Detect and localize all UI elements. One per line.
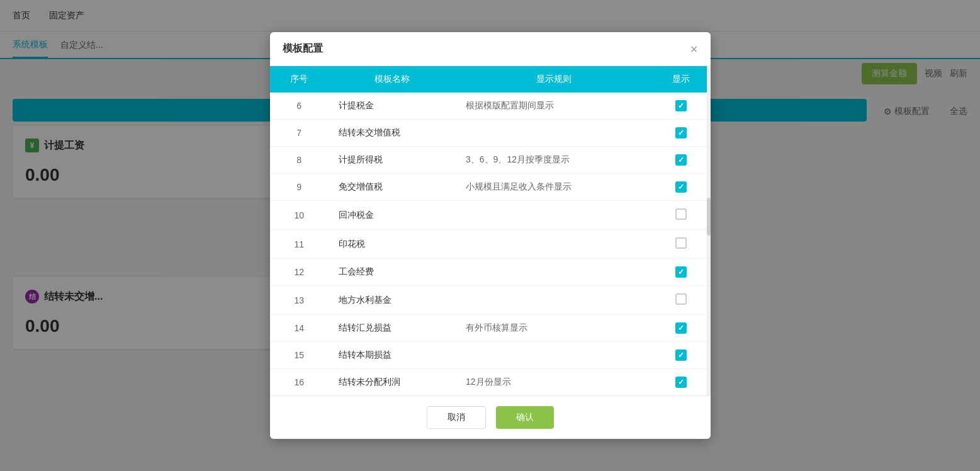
modal-close-button[interactable]: ×	[690, 43, 698, 55]
cell-rule: 有外币核算显示	[456, 315, 651, 342]
cell-rule: 3、6、9、12月按季度显示	[456, 147, 651, 174]
cell-checkbox	[651, 120, 710, 147]
cell-index: 7	[270, 120, 329, 147]
table-row: 7结转未交增值税	[270, 120, 711, 147]
col-header-name: 模板名称	[329, 66, 456, 93]
cell-name: 计提税金	[329, 93, 456, 120]
cell-rule	[456, 230, 651, 259]
table-row: 15结转本期损益	[270, 342, 711, 369]
table-row: 12工会经费	[270, 259, 711, 286]
cell-name: 印花税	[329, 230, 456, 259]
modal-body: 序号 模板名称 显示规则 显示 6计提税金根据模版配置期间显示7结转未交增值税8…	[270, 66, 711, 395]
cell-rule: 根据模版配置期间显示	[456, 93, 651, 120]
col-header-rule: 显示规则	[456, 66, 651, 93]
table-row: 14结转汇兑损益有外币核算显示	[270, 315, 711, 342]
cell-name: 结转未交增值税	[329, 120, 456, 147]
cell-name: 地方水利基金	[329, 286, 456, 315]
table-head: 序号 模板名称 显示规则 显示	[270, 66, 711, 93]
cell-checkbox	[651, 286, 710, 315]
cell-index: 12	[270, 259, 329, 286]
table-row: 13地方水利基金	[270, 286, 711, 315]
cell-index: 14	[270, 315, 329, 342]
checkbox-row-7[interactable]	[675, 293, 687, 305]
table-row: 6计提税金根据模版配置期间显示	[270, 93, 711, 120]
cell-index: 6	[270, 93, 329, 120]
col-header-index: 序号	[270, 66, 329, 93]
table-row: 8计提所得税3、6、9、12月按季度显示	[270, 147, 711, 174]
checkbox-row-4[interactable]	[675, 208, 687, 220]
table-wrapper: 序号 模板名称 显示规则 显示 6计提税金根据模版配置期间显示7结转未交增值税8…	[270, 66, 711, 395]
cancel-button[interactable]: 取消	[427, 406, 486, 429]
confirm-button[interactable]: 确认	[496, 406, 554, 429]
table-row: 10回冲税金	[270, 201, 711, 230]
cell-checkbox	[651, 147, 710, 174]
config-table: 序号 模板名称 显示规则 显示 6计提税金根据模版配置期间显示7结转未交增值税8…	[270, 66, 711, 395]
col-header-display: 显示	[651, 66, 710, 93]
cell-checkbox	[651, 93, 710, 120]
cell-index: 10	[270, 201, 329, 230]
modal-template-config: 模板配置 × 序号 模板名称 显示规则 显示 6计提税金根据模版配置期间显示7结…	[270, 32, 711, 439]
cell-name: 结转本期损益	[329, 342, 456, 369]
cell-checkbox	[651, 315, 710, 342]
cell-name: 回冲税金	[329, 201, 456, 230]
cell-name: 免交增值税	[329, 174, 456, 201]
cell-index: 8	[270, 147, 329, 174]
cell-checkbox	[651, 259, 710, 286]
cell-index: 13	[270, 286, 329, 315]
scroll-thumb[interactable]	[707, 198, 711, 236]
checkbox-row-2[interactable]	[675, 154, 687, 166]
cell-name: 工会经费	[329, 259, 456, 286]
table-row: 9免交增值税小规模且满足收入条件显示	[270, 174, 711, 201]
cell-rule	[456, 201, 651, 230]
cell-checkbox	[651, 342, 710, 369]
cell-checkbox	[651, 369, 710, 396]
modal-footer: 取消 确认	[270, 395, 711, 439]
cell-index: 16	[270, 369, 329, 396]
scrollbar[interactable]	[707, 66, 711, 395]
checkbox-row-8[interactable]	[675, 322, 687, 334]
modal-title: 模板配置	[283, 42, 323, 55]
cell-rule	[456, 259, 651, 286]
cell-rule: 12月份显示	[456, 369, 651, 396]
checkbox-row-10[interactable]	[675, 377, 687, 388]
cell-index: 15	[270, 342, 329, 369]
cell-name: 结转汇兑损益	[329, 315, 456, 342]
checkbox-row-5[interactable]	[675, 237, 687, 249]
cell-rule	[456, 342, 651, 369]
cell-index: 9	[270, 174, 329, 201]
modal-header: 模板配置 ×	[270, 32, 711, 66]
cell-rule	[456, 286, 651, 315]
table-body: 6计提税金根据模版配置期间显示7结转未交增值税8计提所得税3、6、9、12月按季…	[270, 93, 711, 395]
table-row: 11印花税	[270, 230, 711, 259]
checkbox-row-0[interactable]	[675, 100, 687, 111]
cell-rule	[456, 120, 651, 147]
cell-name: 结转未分配利润	[329, 369, 456, 396]
cell-name: 计提所得税	[329, 147, 456, 174]
checkbox-row-1[interactable]	[675, 127, 687, 139]
cell-checkbox	[651, 174, 710, 201]
table-row: 16结转未分配利润12月份显示	[270, 369, 711, 396]
checkbox-row-6[interactable]	[675, 266, 687, 278]
cell-checkbox	[651, 230, 710, 259]
checkbox-row-9[interactable]	[675, 349, 687, 361]
cell-rule: 小规模且满足收入条件显示	[456, 174, 651, 201]
checkbox-row-3[interactable]	[675, 181, 687, 193]
cell-index: 11	[270, 230, 329, 259]
cell-checkbox	[651, 201, 710, 230]
